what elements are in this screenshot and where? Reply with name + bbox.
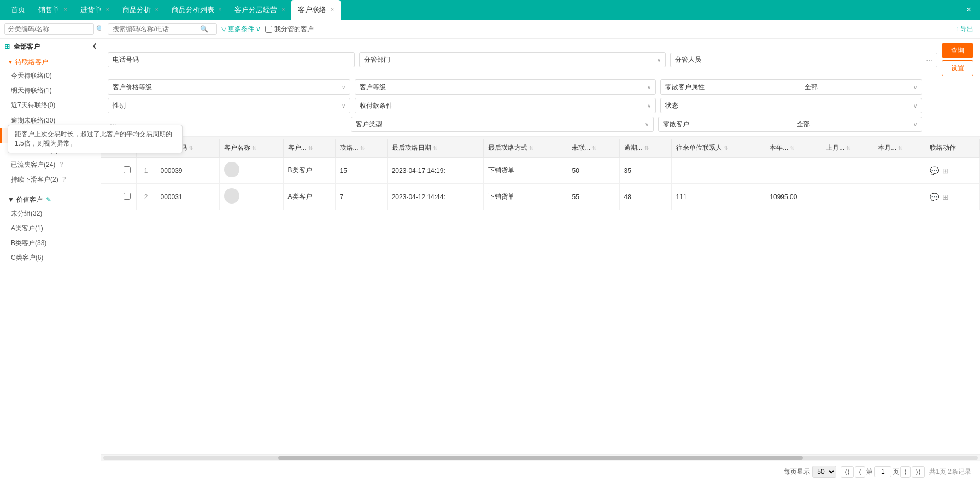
filter-actions: 查询 设置 [942,43,973,76]
first-page-btn[interactable]: ⟨⟨ [841,466,854,478]
nav-customer-tier[interactable]: 客户分层经营 × [228,0,291,20]
customer-level-field[interactable]: 客户等级 ∨ [355,79,656,95]
sidebar-item-unclassified[interactable]: 未分组(32) [0,206,101,221]
sidebar-collapse-icon[interactable]: 《 [90,42,96,51]
nav-home[interactable]: 首页 [4,0,32,20]
sort-icon-date[interactable]: ⇅ [433,145,437,151]
row2-select-checkbox[interactable] [124,193,131,200]
sort-icon-unit[interactable]: ⇅ [724,145,728,151]
sort-icon-no-contact[interactable]: ⇅ [592,145,596,151]
scroll-thumb[interactable] [278,456,803,460]
row2-chat-icon[interactable]: 💬 [930,193,939,201]
row1-select-checkbox[interactable] [124,166,131,173]
nav-purchase[interactable]: 进货单 × [74,0,116,20]
nav-sales-close[interactable]: × [64,0,67,20]
sidebar-item-tomorrow[interactable]: 明天待联络(1) [0,83,101,98]
phone-field[interactable]: 电话号码 [108,52,355,67]
nav-analysis-list[interactable]: 商品分析列表 × [165,0,228,20]
sidebar-item-class-b[interactable]: B类客户(33) [0,236,101,251]
col-level: 客户... ⇅ [283,139,335,158]
export-button[interactable]: ↑ 导出 [956,25,973,34]
setting-button[interactable]: 设置 [942,60,973,76]
sort-icon-method[interactable]: ⇅ [529,145,533,151]
manager-field[interactable]: 分管人员 ··· [670,53,937,67]
sort-icon-level[interactable]: ⇅ [308,145,313,151]
nav-customer-contact-close[interactable]: × [331,0,334,20]
search-input[interactable] [113,25,200,33]
window-close-button[interactable]: × [962,5,976,15]
prev-page-btn[interactable]: ⟨ [855,466,865,478]
query-button[interactable]: 查询 [942,43,973,58]
sidebar-all-customers[interactable]: ⊞ 全部客户 《 [0,39,101,55]
col-this-month: 本月... ⇅ [873,139,925,158]
row2-method-link[interactable]: 下销货单 [488,193,514,200]
my-customers-filter[interactable]: 我分管的客户 [265,25,314,34]
retail-attr-field[interactable]: 零散客户属性 全部 ∨ [660,79,923,95]
nav-purchase-close[interactable]: × [106,0,109,20]
nav-customer-contact[interactable]: 客户联络 × [291,0,341,20]
row1-chat-icon[interactable]: 💬 [930,166,939,175]
sort-icon-last-month[interactable]: ⇅ [846,145,850,151]
search-icon[interactable]: 🔍 [200,25,208,33]
last-page-btn[interactable]: ⟩⟩ [912,466,925,478]
row1-grid-icon[interactable]: ⊞ [942,166,949,175]
nav-analysis-close[interactable]: × [155,0,159,20]
row2-grid-icon[interactable]: ⊞ [942,193,949,201]
row2-this-month [873,184,925,210]
sidebar-pending-group[interactable]: ▼ 待联络客户 [0,55,101,68]
customer-type-chevron-icon: ∨ [645,121,649,127]
price-level-chevron-icon: ∨ [342,84,345,90]
sort-icon-contact[interactable]: ⇅ [360,145,365,151]
triangle-right-icon: ▼ [8,196,14,204]
sidebar-value-group[interactable]: ▼ 价值客户 ✎ [0,193,101,206]
nav-analysis-list-close[interactable]: × [219,0,222,20]
per-page-wrap: 每页显示 50 [784,466,836,478]
search-wrap: 🔍 [108,23,217,35]
my-customers-checkbox[interactable] [265,26,272,33]
row2-overdue: 48 [619,184,671,210]
customer-level-chevron-icon: ∨ [647,84,651,90]
filter-bar: 🔍 ▽ 更多条件 ∨ 我分管的客户 ↑ 导出 [101,20,980,39]
horizontal-scrollbar[interactable] [101,454,980,461]
customer-type-field[interactable]: 客户类型 ∨ [351,117,654,132]
col-overdue: 逾期... ⇅ [619,139,671,158]
row1-method-link[interactable]: 下销货单 [488,166,514,174]
sort-icon-name[interactable]: ⇅ [252,145,256,151]
price-level-field[interactable]: 客户价格等级 ∨ [108,79,350,95]
export-icon: ↑ [956,25,959,33]
row1-last-month [821,158,873,184]
sort-icon-year[interactable]: ⇅ [790,145,794,151]
sidebar-item-lost[interactable]: 已流失客户(24) ? [0,158,101,172]
nav-sales[interactable]: 销售单 × [32,0,74,20]
row1-last-date: 2023-04-17 14:19: [387,158,483,184]
sidebar-item-class-a[interactable]: A类客户(1) [0,221,101,236]
triangle-down-icon: ▼ [8,59,13,65]
row1-this-year [765,158,821,184]
nav-analysis[interactable]: 商品分析 × [116,0,165,20]
status-field[interactable]: 状态 ∨ [660,98,923,113]
row2-actions: 💬 ⊞ [925,184,980,210]
row2-unit-contact: 111 [671,184,765,210]
sidebar-item-today[interactable]: 今天待联络(0) [0,68,101,83]
payment-field[interactable]: 收付款条件 ∨ [355,98,656,113]
filter-icon: ▽ [221,25,226,33]
chevron-down-icon: ∨ [256,25,261,33]
status-chevron-icon: ∨ [913,103,917,109]
page-input[interactable] [874,466,891,477]
edit-icon[interactable]: ✎ [46,196,51,204]
next-page-btn[interactable]: ⟩ [900,466,911,478]
sort-icon-this-month[interactable]: ⇅ [898,145,902,151]
retail-customer-field[interactable]: 零散客户 全部 ∨ [658,117,922,132]
sidebar-item-declining[interactable]: 持续下滑客户(2) ? [0,172,101,187]
sidebar-search-input[interactable] [4,23,94,35]
dept-field[interactable]: 分管部门 ∨ [359,52,666,67]
sort-icon-code[interactable]: ⇅ [189,145,193,151]
nav-customer-tier-close[interactable]: × [281,0,285,20]
row2-no-contact: 55 [567,184,619,210]
sidebar-item-7days[interactable]: 近7天待联络(0) [0,98,101,113]
gender-field[interactable]: 性别 ∨ [108,98,350,113]
per-page-select[interactable]: 50 [812,466,836,478]
more-conditions-btn[interactable]: ▽ 更多条件 ∨ [221,25,261,34]
sort-icon-overdue[interactable]: ⇅ [644,145,649,151]
sidebar-item-class-c[interactable]: C类客户(6) [0,251,101,265]
